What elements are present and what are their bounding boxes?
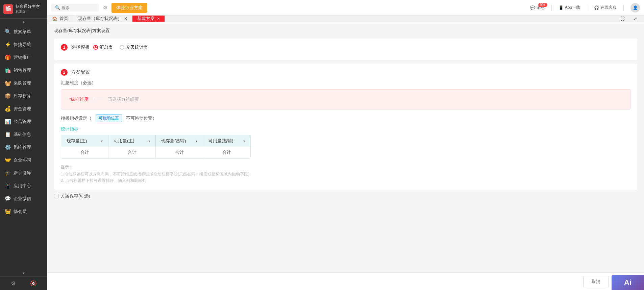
home-icon: 🏠 — [52, 16, 57, 21]
radio-crosstab-label: 交叉统计表 — [126, 44, 148, 50]
message-btn[interactable]: 💬 消息 99+ — [530, 5, 545, 10]
tips-item-1: 2. 点击标题栏下拉可设置排序、插入列和删除列 — [61, 178, 630, 184]
sidebar-item-app-center[interactable]: 📱 应用中心 — [0, 179, 47, 192]
search-icon: 🔍 — [55, 5, 60, 10]
dimension-label: *纵向维度 — [69, 96, 89, 102]
indicator-cell-3: 合计 — [203, 147, 250, 158]
avatar-icon: 👤 — [633, 5, 638, 10]
message-icon: 💬 — [530, 5, 535, 10]
indicator-cell-2: 合计 — [156, 147, 203, 158]
col1-chevron[interactable]: ▾ — [148, 139, 150, 143]
sidebar-item-label: 库存核算 — [14, 93, 31, 99]
indicator-table: 现存量(主) ▾ 可用量(主) ▾ 现存量(基辅) ▾ 可用量(基辅) ▾ — [61, 135, 251, 159]
sidebar-scroll-down[interactable]: ▼ — [0, 270, 47, 276]
sidebar-item-operations[interactable]: 📊 经营管理 — [0, 115, 47, 128]
sidebar-item-label: 新手引导 — [14, 170, 31, 176]
non-draggable-label: 不可拖动位置） — [126, 115, 157, 121]
step2-title: 方案配置 — [71, 69, 90, 75]
search-menu-icon: 🔍 — [5, 29, 11, 35]
tab-home[interactable]: 🏠 首页 — [47, 16, 73, 22]
online-service-btn[interactable]: 🎧 在线客服 — [594, 5, 617, 10]
ai-badge[interactable]: Ai — [612, 275, 644, 290]
col2-label: 现存量(基辅) — [161, 138, 186, 144]
subtitle-aggregate-dimension: 汇总维度（必选） — [61, 80, 630, 86]
indicator-cell-1: 合计 — [108, 147, 156, 158]
sidebar-item-member[interactable]: 👑 畅会员 — [0, 205, 47, 218]
template-radio-group: 汇总表 交叉统计表 — [93, 44, 148, 50]
avatar[interactable]: 👤 — [630, 3, 640, 13]
sidebar-settings-icon[interactable]: ⚙ — [11, 280, 16, 287]
indicator-col-1[interactable]: 可用量(主) ▾ — [108, 135, 156, 147]
sidebar-nav: 🔍 搜索菜单 ⚡ 快捷导航 🎁 营销推广 🛍️ 销售管理 🧺 采购管理 📦 库存… — [0, 25, 47, 270]
save-checkbox[interactable] — [54, 194, 59, 198]
sidebar-logo: 畅 畅康通好生意 标准版 — [0, 0, 47, 19]
settings-gear-icon[interactable]: ⚙ — [103, 4, 107, 11]
indicator-col-0[interactable]: 现存量(主) ▾ — [61, 135, 108, 147]
indicator-cell-0: 合计 — [61, 147, 108, 158]
sidebar-item-new-guide[interactable]: 🎓 新手引导 — [0, 167, 47, 179]
sidebar-item-sales[interactable]: 🛍️ 销售管理 — [0, 64, 47, 77]
inventory-icon: 📦 — [5, 93, 11, 99]
tips-section: 提示： 1.拖动标题栏可以调整布局，不可跨维度或指标区域拖动栏目字段(只能在同一… — [61, 164, 630, 184]
tab-new-plan-close-icon[interactable]: ✕ — [157, 17, 160, 21]
divider-3 — [623, 5, 624, 11]
dimension-area[interactable]: *纵向维度 —— 请选择分组维度 — [61, 89, 630, 110]
sidebar-item-system[interactable]: ⚙️ 系统管理 — [0, 141, 47, 154]
sidebar-item-label: 搜索菜单 — [14, 29, 31, 35]
radio-summary-circle — [93, 45, 98, 50]
sidebar-item-finance[interactable]: 💰 资金管理 — [0, 102, 47, 115]
sidebar-item-quick-nav[interactable]: ⚡ 快捷导航 — [0, 38, 47, 51]
tab-home-label: 首页 — [59, 16, 68, 22]
radio-summary[interactable]: 汇总表 — [93, 44, 113, 50]
sidebar-item-purchase[interactable]: 🧺 采购管理 — [0, 77, 47, 90]
indicator-col-3[interactable]: 可用量(基辅) ▾ — [203, 135, 250, 147]
radio-crosstab[interactable]: 交叉统计表 — [120, 44, 148, 50]
dimension-placeholder: 请选择分组维度 — [108, 96, 139, 102]
sidebar-item-search[interactable]: 🔍 搜索菜单 — [0, 25, 47, 38]
tab-inventory-close-icon[interactable]: ✕ — [124, 16, 127, 21]
col2-chevron[interactable]: ▾ — [196, 139, 197, 143]
trial-btn[interactable]: 体验行业方案 — [112, 3, 147, 13]
expand-icon[interactable]: ⛶ — [617, 16, 628, 21]
member-icon: 👑 — [5, 209, 11, 215]
search-input[interactable] — [61, 5, 95, 10]
online-service-icon: 🎧 — [594, 5, 599, 10]
tab-new-plan[interactable]: 新建方案 ✕ — [132, 16, 165, 22]
quick-nav-icon: ⚡ — [5, 42, 11, 48]
step1-section: 1 选择模板 汇总表 交叉统计表 — [54, 39, 637, 60]
sidebar-bottom: ⚙ 🔇 — [0, 276, 47, 290]
page-title: 现存量(库存状况表)方案设置 — [54, 28, 637, 34]
step1-title: 选择模板 — [71, 44, 90, 50]
search-box[interactable]: 🔍 — [51, 4, 99, 11]
cancel-button[interactable]: 取消 — [583, 276, 609, 287]
fullscreen-icon[interactable]: ⤢ — [630, 16, 641, 21]
sidebar-item-basic-info[interactable]: 📋 基础信息 — [0, 128, 47, 141]
sidebar-item-label: 系统管理 — [14, 144, 31, 150]
step1-header: 1 选择模板 汇总表 交叉统计表 — [61, 44, 630, 51]
message-badge: 99+ — [538, 3, 547, 7]
draggable-badge: 可拖动位置 — [96, 114, 122, 122]
sidebar: 畅 畅康通好生意 标准版 ▲ 🔍 搜索菜单 ⚡ 快捷导航 🎁 营销推广 🛍️ 销… — [0, 0, 47, 290]
sales-icon: 🛍️ — [5, 67, 11, 73]
col0-chevron[interactable]: ▾ — [101, 139, 103, 143]
basic-info-icon: 📋 — [5, 131, 11, 138]
col3-label: 可用量(基辅) — [208, 138, 233, 144]
sidebar-item-label: 资金管理 — [14, 106, 31, 112]
sidebar-scroll-up[interactable]: ▲ — [0, 19, 47, 25]
tab-inventory-label: 现存量（库存状况表） — [78, 16, 122, 22]
sidebar-item-inventory[interactable]: 📦 库存核算 — [0, 90, 47, 102]
operations-icon: 📊 — [5, 119, 11, 125]
sidebar-item-marketing[interactable]: 🎁 营销推广 — [0, 51, 47, 64]
sidebar-item-label: 畅会员 — [14, 209, 27, 215]
indicator-settings-row: 模板指标设定（ 可拖动位置 不可拖动位置） — [61, 114, 630, 122]
sidebar-item-enterprise-wechat[interactable]: 💬 企业微信 — [0, 192, 47, 205]
col3-chevron[interactable]: ▾ — [243, 139, 245, 143]
sidebar-audio-icon[interactable]: 🔇 — [30, 280, 37, 287]
sidebar-item-label: 销售管理 — [14, 67, 31, 73]
indicator-col-2[interactable]: 现存量(基辅) ▾ — [156, 135, 203, 147]
tab-inventory[interactable]: 现存量（库存状况表） ✕ — [73, 16, 132, 22]
purchase-icon: 🧺 — [5, 80, 11, 86]
sidebar-item-label: 采购管理 — [14, 80, 31, 86]
sidebar-item-contract[interactable]: 🤝 企业协同 — [0, 154, 47, 167]
app-download-btn[interactable]: 📱 App下载 — [559, 5, 580, 10]
